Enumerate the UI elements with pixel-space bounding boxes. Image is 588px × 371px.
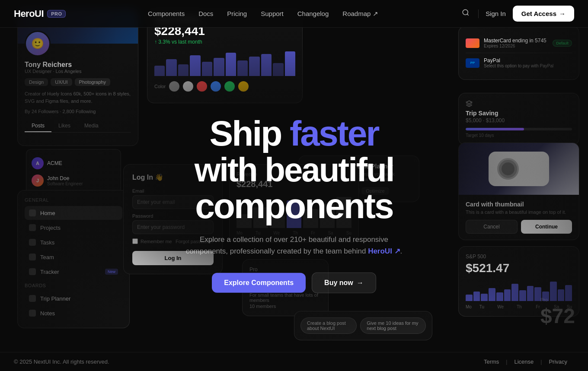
tag-ux: UX/UI <box>51 78 72 86</box>
profile-stats: By 24 Followers · 2,800 Following <box>25 109 131 114</box>
spark-4 <box>489 288 495 301</box>
paypal-sub: Select this option to pay with PayPal <box>484 63 553 68</box>
stock-price: $521.47 <box>466 261 572 275</box>
sidebar-dot-home <box>29 209 36 216</box>
sidebar-item-home[interactable]: Home <box>25 206 122 220</box>
paypal-icon: PP <box>466 58 479 68</box>
hero-title-ship: Ship <box>210 114 290 153</box>
profile-subtitle: UX Designer · Los Angeles <box>25 69 131 74</box>
paypal-info: PP PayPal Select this option to pay with… <box>466 57 553 68</box>
product-lens-inner <box>502 162 514 175</box>
swatch-blue[interactable] <box>211 81 221 92</box>
sidebar-dot-notes <box>29 310 36 317</box>
big-price-right: Pro $72 <box>540 297 575 328</box>
profile-name: Tony Reichers <box>25 61 131 69</box>
org-row-john: J John Doe Software Engineer <box>32 172 115 189</box>
camera-card: Card with thumbnail This is a card with … <box>458 143 579 240</box>
mastercard-icon <box>466 38 479 48</box>
sidebar-dot-trip <box>29 295 36 302</box>
sidebar-item-notes[interactable]: Notes <box>25 306 122 320</box>
swatch-red[interactable] <box>197 81 207 92</box>
bar-6 <box>214 58 224 76</box>
profile-body: Tony Reichers UX Designer · Los Angeles … <box>18 44 138 146</box>
sign-in-button[interactable]: Sign In <box>486 10 506 17</box>
camera-desc: This is a card with a beautiful image on… <box>466 209 572 215</box>
navbar-center: Components Docs Pricing Support Changelo… <box>148 10 378 18</box>
tracker-new-badge: New <box>105 269 118 275</box>
tab-posts[interactable]: Posts <box>25 120 51 132</box>
ai-chip-2[interactable]: Give me 10 ideas for my next blog post <box>360 317 426 334</box>
color-label: Color <box>154 84 166 89</box>
spark-7 <box>511 284 518 301</box>
bar-9 <box>249 57 259 76</box>
big-price-amount: $72 <box>540 304 575 328</box>
spark-2 <box>473 292 480 301</box>
bar-5 <box>202 62 212 76</box>
spark-3 <box>481 294 488 301</box>
tab-likes[interactable]: Likes <box>51 120 77 132</box>
org-info-john: John Doe Software Engineer <box>47 175 83 186</box>
org-avatar-acme: A <box>32 157 44 169</box>
sidebar-section-general: GENERAL <box>25 197 122 203</box>
sidebar-item-projects[interactable]: Projects <box>25 221 122 235</box>
sidebar-section-boards: BOARDS <box>25 283 122 288</box>
trip-amount: $5,000 · $13,000 <box>466 117 572 124</box>
search-button[interactable] <box>460 7 471 20</box>
bar-2 <box>166 59 176 76</box>
color-swatches: Color <box>154 81 295 92</box>
profile-avatar: 🙂 <box>25 31 51 57</box>
hero-title-line2: with beautiful <box>130 152 458 187</box>
camera-title: Card with thumbnail <box>466 201 572 208</box>
org-card: A ACME J John Doe Software Engineer <box>26 149 121 195</box>
sidebar-section2-header: BOARDS Trip Planner Notes <box>25 283 122 320</box>
continue-button[interactable]: Continue <box>521 220 572 234</box>
hero-content: Ship faster with beautiful components Ex… <box>130 115 458 293</box>
footer-link-license[interactable]: License <box>507 358 540 365</box>
bar-10 <box>261 54 272 76</box>
nav-components[interactable]: Components <box>148 10 185 17</box>
stock-name: S&P 500 <box>466 254 572 260</box>
nav-support[interactable]: Support <box>261 10 284 17</box>
bar-12 <box>285 51 295 76</box>
spark-6 <box>504 289 511 301</box>
bar-8 <box>237 60 248 76</box>
footer-link-privacy[interactable]: Privacy <box>542 358 574 365</box>
get-access-button[interactable]: Get Access → <box>513 6 574 22</box>
camera-body: Card with thumbnail This is a card with … <box>459 195 579 240</box>
tab-media[interactable]: Media <box>77 120 105 132</box>
mini-chart <box>154 50 295 76</box>
buy-now-button[interactable]: Buy now → <box>312 273 376 293</box>
camera-actions: Cancel Continue <box>466 220 572 234</box>
nav-pricing[interactable]: Pricing <box>227 10 247 17</box>
footer: © 2025 NextUI Inc. All rights reserved. … <box>0 352 588 371</box>
sidebar-item-team[interactable]: Team <box>25 250 122 264</box>
cancel-button[interactable]: Cancel <box>466 220 518 234</box>
svg-point-0 <box>463 10 468 15</box>
payment-card: MasterCard ending in 5745 Expires 12/202… <box>458 26 579 80</box>
camera-image <box>459 143 579 195</box>
navbar-divider <box>478 10 479 18</box>
heroui-link[interactable]: HeroUI ↗ <box>368 247 400 255</box>
nav-roadmap[interactable]: Roadmap ↗ <box>342 10 378 18</box>
navbar-left: HeroUI PRO <box>14 8 66 19</box>
paypal-row: PP PayPal Select this option to pay with… <box>466 53 572 73</box>
swatch-green[interactable] <box>224 81 235 92</box>
footer-copyright: © 2025 NextUI Inc. All rights reserved. <box>14 358 109 365</box>
nav-docs[interactable]: Docs <box>198 10 213 17</box>
swatch-silver[interactable] <box>183 81 193 92</box>
swatch-yellow[interactable] <box>238 81 249 92</box>
explore-components-button[interactable]: Explore Components <box>212 273 306 293</box>
paypal-name: PayPal <box>484 57 553 63</box>
hero-title-line3: components <box>130 187 458 225</box>
swatch-gray[interactable] <box>169 81 179 92</box>
ai-chip-1[interactable]: Create a blog post about NextUI <box>300 317 357 334</box>
hero-buttons: Explore Components Buy now → <box>130 273 458 293</box>
sidebar-item-trip-planner[interactable]: Trip Planner <box>25 292 122 305</box>
sidebar-item-tracker[interactable]: Tracker New <box>25 265 122 279</box>
nav-changelog[interactable]: Changelog <box>297 10 329 17</box>
ai-chips-row: Create a blog post about NextUI Give me … <box>300 317 426 334</box>
sidebar-item-tasks[interactable]: Tasks <box>25 235 122 249</box>
pro-badge: PRO <box>47 10 66 18</box>
footer-link-terms[interactable]: Terms <box>477 358 506 365</box>
profile-tags: Design UX/UI Photography <box>25 78 131 86</box>
